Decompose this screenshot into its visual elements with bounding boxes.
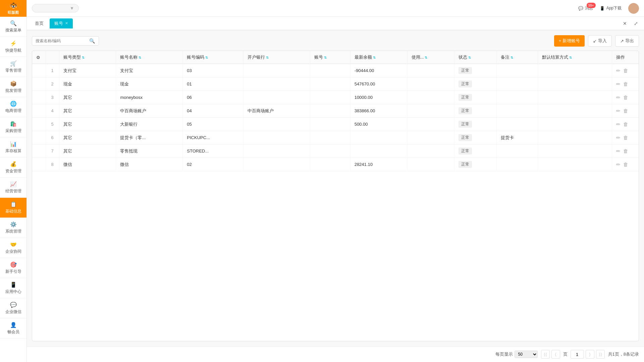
window-controls: ✕ ⤢ [620, 19, 641, 28]
delete-icon-6[interactable]: 🗑 [623, 148, 628, 154]
sidebar-item-search-menu[interactable]: 🔍搜索菜单 [0, 17, 26, 37]
sidebar-item-quick-nav[interactable]: ⚡快捷导航 [0, 37, 26, 57]
tab-account[interactable]: 账号✕ [50, 18, 73, 28]
row-num-5: 6 [46, 131, 59, 144]
edit-icon-7[interactable]: ✏ [616, 162, 621, 168]
last-page-button[interactable]: ⟩⟩ [596, 350, 605, 359]
search-icon[interactable]: 🔍 [89, 38, 95, 44]
message-button[interactable]: 💬 消息 99+ [578, 5, 593, 11]
col-header-balance[interactable]: 最新余额⇅ [350, 51, 407, 64]
row-default-payment-3 [538, 104, 612, 118]
row-usage-6 [407, 144, 454, 158]
col-header-bank[interactable]: 开户银行⇅ [244, 51, 310, 64]
edit-icon-3[interactable]: ✏ [616, 108, 621, 114]
edit-icon-6[interactable]: ✏ [616, 148, 621, 154]
per-page-select[interactable]: 50 20 100 [515, 351, 538, 358]
col-header-account_name[interactable]: 账号名称⇅ [116, 51, 183, 64]
row-balance-3: 383866.00 [350, 104, 407, 118]
sidebar-icon-retail-mgmt: 🛒 [10, 60, 17, 67]
row-actions-7: ✏ 🗑 [612, 158, 639, 171]
row-default-payment-0 [538, 64, 612, 77]
row-usage-4 [407, 118, 454, 131]
export-button[interactable]: ↗ 导出 [615, 35, 639, 47]
close-tab-button[interactable]: ✕ [620, 19, 630, 28]
row-account_type-2: 其它 [59, 91, 116, 104]
row-notes-6 [496, 144, 538, 158]
sidebar-item-sys-mgmt[interactable]: ⚙️系统管理 [0, 218, 26, 238]
top-search-box[interactable]: ▼ [32, 4, 79, 12]
row-usage-0 [407, 64, 454, 77]
sidebar-item-inventory-mgmt[interactable]: 📊库存核算 [0, 137, 26, 158]
delete-icon-4[interactable]: 🗑 [623, 121, 628, 127]
sidebar-item-app-center[interactable]: 📱应用中心 [0, 278, 26, 298]
import-button[interactable]: ↙ 导入 [588, 35, 612, 47]
delete-icon-5[interactable]: 🗑 [623, 135, 628, 140]
page-navigation: ⟨⟨ ⟨ 页 ⟩ ⟩⟩ [541, 350, 605, 359]
search-input[interactable] [36, 39, 89, 43]
delete-icon-1[interactable]: 🗑 [623, 81, 628, 87]
col-header-default_payment[interactable]: 默认结算方式⇅ [538, 51, 612, 64]
app-download-button[interactable]: 📱 App下载 [600, 5, 622, 11]
edit-icon-1[interactable]: ✏ [616, 81, 621, 87]
row-bank-7 [244, 158, 310, 171]
edit-icon-5[interactable]: ✏ [616, 135, 621, 141]
sidebar-item-enterprise-wechat[interactable]: 💬企业微信 [0, 298, 26, 318]
edit-icon-0[interactable]: ✏ [616, 68, 621, 74]
tab-home[interactable]: 首页 [30, 18, 48, 28]
row-account-5 [310, 131, 350, 144]
edit-icon-4[interactable]: ✏ [616, 121, 621, 127]
first-page-button[interactable]: ⟨⟨ [541, 350, 550, 359]
sidebar-item-retail-mgmt[interactable]: 🛒零售管理 [0, 57, 26, 77]
status-badge: 正常 [459, 107, 472, 114]
sidebar-item-purchase-mgmt[interactable]: 🛍️采购管理 [0, 117, 26, 137]
col-header-num [46, 51, 59, 64]
row-actions-3: ✏ 🗑 [612, 104, 639, 118]
col-header-account[interactable]: 账号⇅ [310, 51, 350, 64]
delete-icon-2[interactable]: 🗑 [623, 95, 628, 100]
sidebar-item-finance-mgmt[interactable]: 💰资金管理 [0, 158, 26, 178]
search-box[interactable]: 🔍 [32, 36, 99, 46]
tab-close-account[interactable]: ✕ [65, 21, 68, 25]
row-account_name-1: 现金 [116, 77, 183, 91]
delete-icon-0[interactable]: 🗑 [623, 68, 628, 73]
sort-icon-bank: ⇅ [266, 56, 269, 59]
per-page-control: 每页显示 50 20 100 [495, 351, 538, 358]
top-search-icon: ▼ [70, 6, 74, 11]
row-account_name-2: moneybosx [116, 91, 183, 104]
prev-page-button[interactable]: ⟨ [551, 350, 560, 359]
edit-icon-2[interactable]: ✏ [616, 95, 621, 101]
user-avatar[interactable] [628, 3, 639, 14]
next-page-button[interactable]: ⟩ [586, 350, 594, 359]
sidebar-icon-purchase-mgmt: 🛍️ [10, 121, 17, 127]
row-account_name-5: 提货卡（零... [116, 131, 183, 144]
row-default-payment-2 [538, 91, 612, 104]
sort-icon-balance: ⇅ [373, 56, 376, 59]
delete-icon-7[interactable]: 🗑 [623, 162, 628, 167]
row-balance-0: -90444.00 [350, 64, 407, 77]
sidebar-item-wholesale-mgmt[interactable]: 📦批发管理 [0, 77, 26, 97]
delete-icon-3[interactable]: 🗑 [623, 108, 628, 114]
sidebar-item-enterprise-agreement[interactable]: 🤝企业协同 [0, 238, 26, 258]
sidebar-item-ecommerce-mgmt[interactable]: 🌐电商管理 [0, 97, 26, 117]
col-header-status[interactable]: 状态⇅ [454, 51, 497, 64]
col-header-account_type[interactable]: 账号类型⇅ [59, 51, 116, 64]
row-default-payment-6 [538, 144, 612, 158]
sidebar-item-basic-info[interactable]: 📋基础信息 [0, 198, 26, 218]
col-header-usage[interactable]: 使用...⇅ [407, 51, 454, 64]
maximize-button[interactable]: ⤢ [631, 19, 641, 28]
add-account-button[interactable]: + 新增账号 [554, 35, 585, 47]
app-logo[interactable]: 🐯 旺版图 [0, 0, 26, 17]
page-input[interactable] [571, 350, 584, 359]
row-account_name-6: 零售抵现 [116, 144, 183, 158]
sidebar-item-new-guide[interactable]: 🎯新手引导 [0, 258, 26, 278]
sidebar-item-ops-mgmt[interactable]: 📈经营管理 [0, 178, 26, 198]
sidebar-label-purchase-mgmt: 采购管理 [5, 128, 21, 134]
sidebar-item-member[interactable]: 👤畅会员 [0, 318, 26, 339]
col-header-notes[interactable]: 备注⇅ [496, 51, 538, 64]
col-header-account_code[interactable]: 账号编码⇅ [183, 51, 244, 64]
row-usage-5 [407, 131, 454, 144]
top-search-input[interactable] [36, 6, 70, 11]
col-label-account_type: 账号类型 [63, 55, 81, 60]
sidebar-label-new-guide: 新手引导 [5, 269, 21, 275]
table-row: 2现金现金01547670.00正常 ✏ 🗑 [32, 77, 639, 91]
